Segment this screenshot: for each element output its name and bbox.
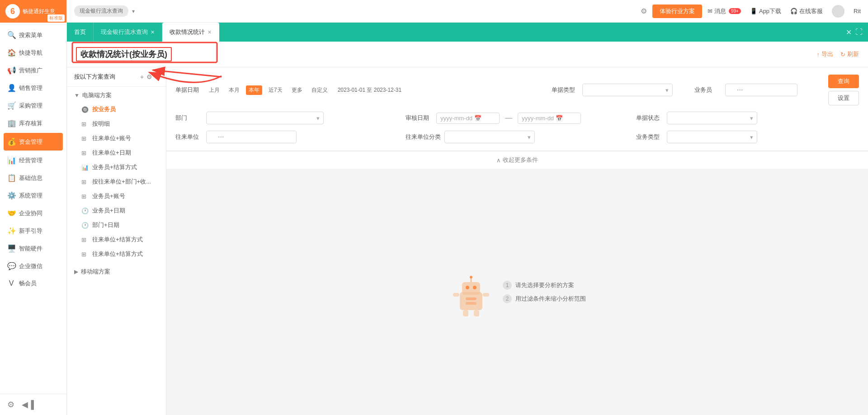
docstatus-select[interactable]: ▾ [667,112,757,124]
dept-select-value [210,114,216,122]
business-type-select[interactable]: ▾ [667,131,757,143]
scheme-item-icon-partner-dept: ⊞ [81,179,89,185]
tab-home[interactable]: 首页 [67,23,94,42]
scheme-item-icon-salesman-account: ⊞ [81,193,89,200]
tab-close-all-icon[interactable]: ✕ [846,28,852,37]
sales-icon: 👤 [7,84,15,92]
scheme-item-dept-date[interactable]: 🕐 部门+日期 [67,218,166,232]
dept-select[interactable]: ▾ [206,112,324,124]
tab-bar-right: ✕ ⛶ [846,28,868,37]
message-icon: ✉ [708,8,712,14]
date-tab-thismonth[interactable]: 本月 [226,85,242,95]
salesman-more-icon[interactable]: ··· [737,86,743,94]
review-date-to[interactable]: yyyy-mm-dd 📅 [518,113,581,124]
refresh-button[interactable]: ↻ 刷新 [840,50,859,58]
partner-select[interactable]: ··· [206,131,297,143]
tab-bar: 首页 现金银行流水查询 ✕ 收款情况统计 ✕ ✕ ⛶ [67,23,868,42]
scheme-item-partner-date[interactable]: ⊞ 往来单位+日期 [67,146,166,160]
app-download-item[interactable]: 📱 App下载 [750,7,781,15]
online-service-item[interactable]: 🎧 在线客服 [790,7,823,15]
dept-chevron-icon: ▾ [316,115,320,122]
scheme-item-partner-account[interactable]: ⊞ 往来单位+账号 [67,131,166,146]
scheme-item-partner-dept[interactable]: ⊞ 按往来单位+部门+收... [67,174,166,189]
sidebar-item-purchase[interactable]: 🛒 采购管理 [0,97,66,114]
docstatus-select-value [671,114,677,122]
data-area: 1 请先选择要分析的方案 2 用过滤条件来缩小分析范围 [166,169,868,415]
doctype-select[interactable]: ▾ [582,84,673,96]
user-label: Rit [854,8,861,14]
export-button[interactable]: ↑ 导出 [817,50,834,58]
sidebar-item-operation[interactable]: 📊 经营管理 [0,151,66,169]
scheme-item-by-salesman[interactable]: 🔘 按业务员 [67,102,166,117]
avatar[interactable] [832,5,844,18]
trial-button[interactable]: 体验行业方案 [652,5,702,18]
sidebar-item-enterprise[interactable]: 🤝 企业协同 [0,204,66,222]
date-tab-custom[interactable]: 自定义 [309,85,330,95]
svg-rect-11 [474,310,479,316]
sidebar-item-hardware[interactable]: 🖥️ 智能硬件 [0,240,66,257]
collapse-bar[interactable]: ∧ 收起更多条件 [166,151,868,169]
scheme-item-partner-calc2[interactable]: ⊞ 往来单位+结算方式 [67,247,166,261]
scheme-item-salesman-date[interactable]: 🕐 业务员+日期 [67,203,166,218]
calendar-from-icon[interactable]: 📅 [474,115,481,122]
scheme-item-by-detail[interactable]: ⊞ 按明细 [67,117,166,131]
salesman-select[interactable]: ··· [725,84,797,96]
scheme-item-salesman-calc[interactable]: 📊 业务员+结算方式 [67,160,166,174]
svg-rect-8 [466,297,476,300]
search-icon: 🔍 [7,31,15,39]
sidebar-item-quicknav[interactable]: 🏠 快捷导航 [0,44,66,61]
sidebar-item-wechat[interactable]: 💬 企业微信 [0,257,66,275]
scheme-item-icon-salesman: 🔘 [81,106,89,113]
scheme-item-icon-detail: ⊞ [81,121,89,127]
messages-item[interactable]: ✉ 消息 99+ [708,7,741,15]
scheme-item-salesman-account[interactable]: ⊞ 业务员+账号 [67,189,166,203]
header-settings-icon[interactable]: ⚙ [641,7,647,15]
tab-cashflow[interactable]: 现金银行流水查询 ✕ [94,23,162,42]
breadcrumb-dropdown-icon[interactable]: ▾ [132,8,135,14]
operation-icon: 📊 [7,156,15,165]
svg-rect-10 [463,310,468,316]
chevron-down-icon: ▼ [74,92,80,99]
scheme-item-partner-calc[interactable]: ⊞ 往来单位+结算方式 [67,232,166,247]
sidebar-item-inventory[interactable]: 🏢 库存核算 [0,114,66,132]
scheme-group-mobile: ▶ 移动端方案 [67,263,166,280]
settings-button[interactable]: 设置 [828,91,859,105]
partner-category-select[interactable]: ▾ [444,131,535,143]
sidebar-item-marketing[interactable]: 📢 营销推广 [0,61,66,79]
tab-cashflow-close[interactable]: ✕ [151,29,155,35]
svg-rect-1 [462,282,480,295]
sidebar-item-capital[interactable]: 💰 资金管理 [4,133,63,151]
breadcrumb: 现金银行流水查询 [74,5,128,17]
tab-expand-icon[interactable]: ⛶ [855,28,863,36]
date-tab-last7[interactable]: 近7天 [266,85,285,95]
business-type-label: 业务类型 [636,133,663,141]
scheme-collapse-icon[interactable]: « [155,73,159,80]
home-icon: 🏠 [7,48,15,57]
top-header: 现金银行流水查询 ▾ ⚙ 体验行业方案 ✉ 消息 99+ 📱 App下载 🎧 在… [67,0,868,23]
scheme-group-mobile-header[interactable]: ▶ 移动端方案 [67,265,166,278]
date-tab-thisyear[interactable]: 本年 [246,85,262,95]
sidebar-item-system[interactable]: ⚙️ 系统管理 [0,187,66,204]
review-date-from[interactable]: yyyy-mm-dd 📅 [436,113,500,124]
scheme-group-pc-header[interactable]: ▼ 电脑端方案 [67,89,166,102]
scheme-item-icon-partner-calc2: ⊞ [81,251,89,258]
scheme-item-icon-partner-calc: ⊞ [81,236,89,243]
scheme-settings-icon[interactable]: ⚙ [146,73,152,80]
collapse-sidebar-icon[interactable]: ◀▐ [22,400,34,410]
sidebar-item-beginner[interactable]: ✨ 新手引导 [0,222,66,240]
date-tab-more[interactable]: 更多 [289,85,305,95]
date-tab-lastmonth[interactable]: 上月 [206,85,222,95]
sidebar-item-search[interactable]: 🔍 搜索菜单 [0,26,66,44]
scheme-add-icon[interactable]: + [140,73,144,80]
settings-bottom-icon[interactable]: ⚙ [7,400,14,410]
sidebar-item-sales[interactable]: 👤 销售管理 [0,79,66,97]
tab-collection-close[interactable]: ✕ [208,29,212,35]
query-button[interactable]: 查询 [828,75,859,88]
sidebar-item-member[interactable]: V 畅会员 [0,275,66,292]
svg-rect-7 [483,293,489,297]
sidebar-item-basic[interactable]: 📋 基础信息 [0,169,66,187]
tab-collection[interactable]: 收款情况统计 ✕ [162,23,219,42]
calendar-to-icon[interactable]: 📅 [556,115,563,122]
partner-more-icon[interactable]: ··· [218,133,224,141]
filter-docstatus-item: 单据状态 ▾ [636,112,859,124]
